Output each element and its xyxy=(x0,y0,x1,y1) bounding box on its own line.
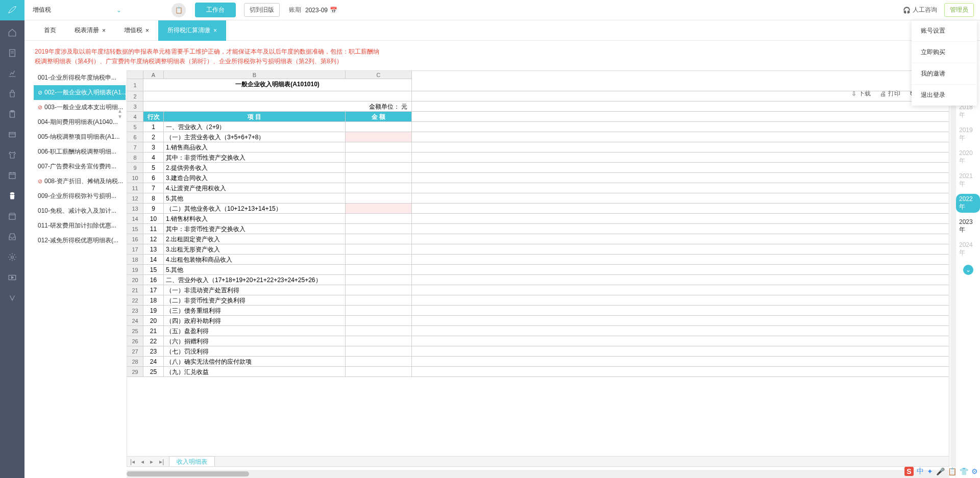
tab-close-icon[interactable]: × xyxy=(213,27,217,34)
row-header[interactable]: 5 xyxy=(127,122,143,132)
nav-bag-icon[interactable] xyxy=(4,86,20,102)
nav-invoice-icon[interactable] xyxy=(4,127,20,143)
row-header[interactable]: 8 xyxy=(127,153,143,163)
user-menu-item[interactable]: 立即购买 xyxy=(912,42,977,63)
col-header[interactable]: C xyxy=(346,71,412,79)
amount-cell[interactable] xyxy=(346,163,412,172)
form-item[interactable]: 004-期间费用明细表(A1040... xyxy=(34,115,126,130)
workbench-button[interactable]: 工作台 xyxy=(195,3,236,17)
amount-cell[interactable] xyxy=(346,367,412,376)
user-menu-item[interactable]: 我的邀请 xyxy=(912,63,977,85)
nav-video-icon[interactable] xyxy=(4,269,20,286)
nav-inbox-icon[interactable] xyxy=(4,229,20,245)
amount-cell[interactable] xyxy=(346,204,412,213)
row-header[interactable]: 12 xyxy=(127,193,143,204)
amount-cell[interactable] xyxy=(346,173,412,183)
history-button[interactable]: 📋 xyxy=(172,3,186,17)
nav-clipboard-icon[interactable] xyxy=(4,106,20,122)
sheet-corner[interactable] xyxy=(127,71,143,79)
row-header[interactable]: 2 xyxy=(127,91,143,102)
amount-cell[interactable] xyxy=(346,295,412,305)
amount-cell[interactable] xyxy=(346,193,412,203)
form-item[interactable]: ⊘003-一般企业成本支出明细... xyxy=(34,100,126,115)
amount-cell[interactable] xyxy=(346,275,412,285)
row-header[interactable]: 6 xyxy=(127,132,143,142)
app-logo[interactable] xyxy=(0,0,24,20)
amount-cell[interactable] xyxy=(346,122,412,132)
year-item[interactable]: 2022年 xyxy=(956,194,980,213)
amount-cell[interactable] xyxy=(346,214,412,223)
nav-shirt-icon[interactable] xyxy=(4,147,20,163)
row-header[interactable]: 21 xyxy=(127,285,143,295)
row-header[interactable]: 24 xyxy=(127,316,143,326)
row-header[interactable]: 1 xyxy=(127,79,143,91)
form-item[interactable]: 005-纳税调整项目明细表(A1... xyxy=(34,130,126,144)
nav-tax-icon[interactable] xyxy=(4,188,20,204)
amount-cell[interactable] xyxy=(346,142,412,152)
row-header[interactable]: 3 xyxy=(127,102,143,112)
horizontal-scrollbar[interactable] xyxy=(127,470,949,478)
nav-calendar-icon[interactable] xyxy=(4,167,20,184)
user-menu-item[interactable]: 账号设置 xyxy=(912,20,977,42)
amount-cell[interactable] xyxy=(346,224,412,234)
amount-cell[interactable] xyxy=(346,306,412,315)
nav-home-icon[interactable] xyxy=(4,24,20,41)
old-version-button[interactable]: 切到旧版 xyxy=(244,3,280,17)
row-header[interactable]: 19 xyxy=(127,265,143,275)
form-item[interactable]: 006-职工薪酬纳税调整明细... xyxy=(34,144,126,159)
company-selector[interactable]: 增值税 ⌄ xyxy=(29,6,126,14)
row-header[interactable]: 25 xyxy=(127,326,143,336)
form-item[interactable]: 007-广告费和业务宣传费跨... xyxy=(34,159,126,174)
nav-settings-icon[interactable] xyxy=(4,249,20,265)
amount-cell[interactable] xyxy=(346,132,412,142)
sheet-nav-next[interactable]: ▸ xyxy=(147,458,156,465)
col-header[interactable]: B xyxy=(164,71,346,79)
row-header[interactable]: 4 xyxy=(127,112,143,122)
row-header[interactable]: 28 xyxy=(127,357,143,367)
amount-cell[interactable] xyxy=(346,234,412,244)
admin-button[interactable]: 管理员 xyxy=(944,3,974,17)
row-header[interactable]: 23 xyxy=(127,306,143,316)
ime-lang[interactable]: 中 xyxy=(917,467,924,476)
vertical-scrollbar[interactable] xyxy=(950,70,955,467)
year-more-icon[interactable]: ⌄ xyxy=(963,265,973,275)
amount-cell[interactable] xyxy=(346,255,412,264)
row-header[interactable]: 16 xyxy=(127,234,143,244)
sheet-nav-last[interactable]: ▸| xyxy=(156,458,167,465)
amount-cell[interactable] xyxy=(346,346,412,356)
row-header[interactable]: 22 xyxy=(127,295,143,306)
form-item[interactable]: 011-研发费用加计扣除优惠... xyxy=(34,218,126,233)
row-header[interactable]: 26 xyxy=(127,336,143,346)
row-header[interactable]: 18 xyxy=(127,255,143,265)
row-header[interactable]: 17 xyxy=(127,244,143,255)
year-item[interactable]: 2020年 xyxy=(956,148,980,167)
row-header[interactable]: 20 xyxy=(127,275,143,285)
ime-gear-icon[interactable]: ⚙ xyxy=(971,467,978,475)
tab-close-icon[interactable]: × xyxy=(102,27,106,34)
nav-chart-icon[interactable] xyxy=(4,65,20,82)
year-item[interactable]: 2021年 xyxy=(956,171,980,190)
tab-所得税汇算清缴[interactable]: 所得税汇算清缴× xyxy=(158,20,226,41)
tab-首页[interactable]: 首页 xyxy=(35,20,65,41)
consult-button[interactable]: 🎧人工咨询 xyxy=(903,6,937,14)
period-value[interactable]: 2023-09 xyxy=(305,7,328,14)
amount-cell[interactable] xyxy=(346,357,412,366)
ime-punct[interactable]: ✦ xyxy=(927,467,933,475)
row-header[interactable]: 29 xyxy=(127,367,143,377)
row-header[interactable]: 11 xyxy=(127,183,143,193)
ime-mic-icon[interactable]: 🎤 xyxy=(936,467,945,475)
ime-s-icon[interactable]: S xyxy=(904,467,914,476)
amount-cell[interactable] xyxy=(346,285,412,295)
ime-clip-icon[interactable]: 📋 xyxy=(948,467,957,475)
tab-close-icon[interactable]: × xyxy=(145,27,149,34)
nav-archive-icon[interactable] xyxy=(4,208,20,224)
row-header[interactable]: 10 xyxy=(127,173,143,183)
form-item[interactable]: 001-企业所得税年度纳税申... xyxy=(34,70,126,85)
year-item[interactable]: 2024年 xyxy=(956,240,980,259)
sheet-tab[interactable]: 收入明细表 xyxy=(169,456,215,467)
form-item[interactable]: ⊘002-一般企业收入明细表(A1... xyxy=(34,85,126,100)
nav-doc-icon[interactable] xyxy=(4,45,20,61)
form-item[interactable]: 010-免税、减计收入及加计... xyxy=(34,204,126,218)
sheet-nav-prev[interactable]: ◂ xyxy=(138,458,147,465)
amount-cell[interactable] xyxy=(346,326,412,336)
